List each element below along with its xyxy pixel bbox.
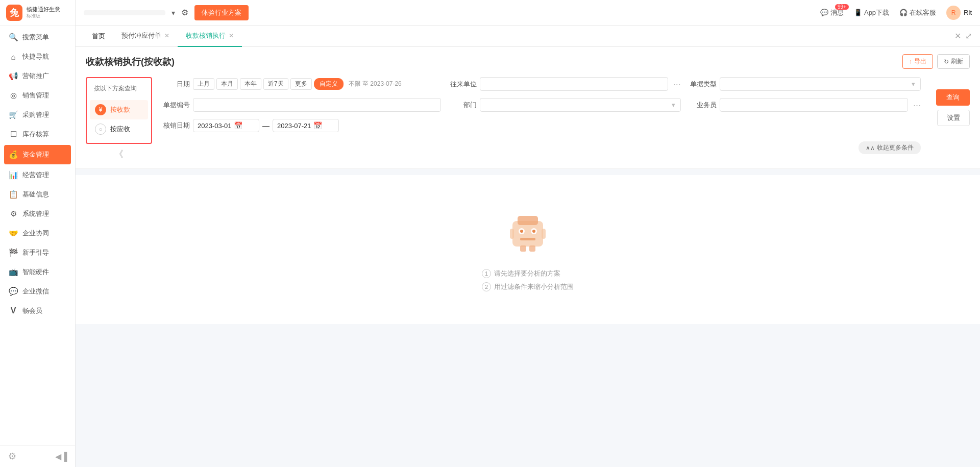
date-this-month-btn[interactable]: 本月	[216, 78, 238, 90]
sidebar-item-quick-nav[interactable]: ⌂ 快捷导航	[0, 47, 75, 66]
refresh-icon: ↻	[944, 58, 949, 65]
filter-by-receivable[interactable]: ○ 按应收	[90, 119, 148, 139]
party-input[interactable]	[480, 77, 668, 91]
staff-dots[interactable]: ···	[913, 101, 921, 110]
collapse-icon: ∧∧	[866, 144, 875, 152]
refresh-button[interactable]: ↻ 刷新	[937, 54, 970, 69]
page-content: 收款核销执行(按收款) ↑ 导出 ↻ 刷新 按以下方案查询	[76, 47, 980, 467]
sidebar-item-marketing[interactable]: 📢 营销推广	[0, 66, 75, 86]
doc-no-input[interactable]	[193, 98, 441, 112]
page-header-actions: ↑ 导出 ↻ 刷新	[902, 54, 970, 69]
tab-home[interactable]: 首页	[84, 26, 113, 47]
party-filter-group: 往来单位 ···	[447, 77, 681, 91]
doc-no-filter-group: 单据编号	[160, 98, 441, 112]
message-icon: 💬	[820, 9, 828, 16]
sidebar-item-smart-hw[interactable]: 📺 智能硬件	[0, 262, 75, 282]
date-last-month-btn[interactable]: 上月	[193, 78, 214, 90]
sidebar-collapse-btn[interactable]: ◀▐	[55, 452, 67, 461]
filter-sidebar-title: 按以下方案查询	[90, 82, 148, 95]
doc-type-label: 单据类型	[687, 80, 717, 89]
finance-icon: 💰	[8, 150, 18, 159]
sidebar-item-sales[interactable]: ◎ 销售管理	[0, 86, 75, 105]
username-label: Rit	[964, 9, 972, 16]
inventory-icon: ☐	[8, 130, 18, 139]
tab-receipt-verify[interactable]: 收款核销执行 ✕	[178, 26, 242, 47]
svg-point-4	[520, 230, 523, 233]
export-button[interactable]: ↑ 导出	[902, 54, 933, 69]
date-label: 日期	[160, 80, 190, 89]
app-name: 畅捷通好生意	[27, 6, 60, 13]
avatar: R	[946, 6, 961, 20]
verify-date-start-input[interactable]: 2023-03-01 📅	[193, 119, 259, 132]
date-more-btn[interactable]: 更多	[290, 78, 312, 90]
sidebar-item-finance[interactable]: 💰 资金管理	[4, 145, 71, 164]
dept-select[interactable]: ▾	[480, 98, 681, 112]
doc-no-label: 单据编号	[160, 101, 190, 110]
online-service-link[interactable]: 🎧 在线客服	[899, 8, 936, 17]
calendar-start-icon: 📅	[234, 121, 242, 130]
verify-date-filter-group: 核销日期 2023-03-01 📅 — 2023-07-21 📅	[160, 119, 339, 132]
smart-hw-icon: 📺	[8, 267, 18, 277]
main-wrap: ▾ ⚙ 体验行业方案 💬 消息 99+ 📱 App下载 🎧 在线客服 R Rit	[76, 0, 980, 467]
dept-filter-group: 部门 ▾	[447, 98, 681, 112]
receipt-icon: ¥	[95, 104, 106, 115]
app-version: 标准版	[27, 13, 60, 19]
logo-icon: 兔	[6, 5, 22, 21]
settings-button[interactable]: 设置	[937, 110, 970, 126]
query-button[interactable]: 查询	[936, 89, 970, 106]
svg-rect-10	[529, 245, 535, 252]
svg-rect-8	[542, 229, 546, 239]
tab-expand-icon[interactable]: ⤢	[965, 31, 972, 41]
sidebar-item-basic-info[interactable]: 📋 基础信息	[0, 185, 75, 204]
verify-date-end-input[interactable]: 2023-07-21 📅	[273, 119, 339, 132]
date-this-year-btn[interactable]: 本年	[240, 78, 261, 90]
collapse-more-button[interactable]: ∧∧ 收起更多条件	[859, 141, 921, 154]
filter-sidebar: 按以下方案查询 ¥ 按收款 ○ 按应收 《	[86, 77, 152, 160]
sidebar-item-wechat[interactable]: 💬 企业微信	[0, 282, 75, 301]
tab-bar-right: ✕ ⤢	[954, 31, 972, 41]
message-count-badge: 99+	[835, 4, 849, 10]
app-download-link[interactable]: 📱 App下载	[854, 8, 889, 17]
tab-receipt-verify-close[interactable]: ✕	[229, 32, 234, 39]
staff-input[interactable]	[720, 98, 908, 112]
staff-label: 业务员	[687, 101, 717, 110]
date-last-7days-btn[interactable]: 近7天	[263, 78, 288, 90]
doc-type-filter-group: 单据类型 ▾	[687, 77, 921, 91]
export-icon: ↑	[909, 58, 912, 65]
filter-by-receipt[interactable]: ¥ 按收款	[90, 100, 148, 119]
filter-area: 按以下方案查询 ¥ 按收款 ○ 按应收 《	[76, 69, 980, 168]
sidebar-item-vip[interactable]: V 畅会员	[0, 301, 75, 321]
filter-sidebar-collapse-btn[interactable]: 《	[86, 148, 152, 160]
date-custom-btn[interactable]: 自定义	[314, 78, 344, 90]
sidebar: 兔 畅捷通好生意 标准版 🔍 搜索菜单 ⌂ 快捷导航 📢 营销推广 ◎ 销售管理…	[0, 0, 76, 467]
sidebar-item-enterprise[interactable]: 🤝 企业协同	[0, 224, 75, 243]
home-icon: ⌂	[8, 53, 18, 61]
message-badge[interactable]: 💬 消息 99+	[820, 8, 844, 17]
settings-icon[interactable]: ⚙	[8, 451, 16, 462]
doc-type-select[interactable]: ▾	[720, 77, 921, 91]
management-icon: 📊	[8, 170, 18, 180]
sidebar-item-management[interactable]: 📊 经营管理	[0, 165, 75, 185]
calendar-end-icon: 📅	[313, 121, 322, 130]
top-header: ▾ ⚙ 体验行业方案 💬 消息 99+ 📱 App下载 🎧 在线客服 R Rit	[76, 0, 980, 26]
header-dropdown-icon[interactable]: ▾	[172, 9, 175, 17]
sidebar-item-system[interactable]: ⚙ 系统管理	[0, 204, 75, 224]
sidebar-item-inventory[interactable]: ☐ 库存核算	[0, 125, 75, 144]
filter-row-2: 单据编号 部门 ▾ 业务员	[160, 98, 921, 112]
party-dots[interactable]: ···	[673, 80, 681, 89]
dept-dropdown-icon: ▾	[672, 101, 675, 109]
beginner-icon: 🏁	[8, 248, 18, 257]
sidebar-item-search[interactable]: 🔍 搜索菜单	[0, 28, 75, 47]
date-dash: —	[262, 121, 270, 130]
sidebar-item-beginner[interactable]: 🏁 新手引导	[0, 243, 75, 262]
sidebar-navigation: 🔍 搜索菜单 ⌂ 快捷导航 📢 营销推广 ◎ 销售管理 🛒 采购管理 ☐ 库存核…	[0, 26, 75, 445]
sidebar-item-purchase[interactable]: 🛒 采购管理	[0, 105, 75, 125]
user-profile[interactable]: R Rit	[946, 6, 972, 20]
page-header-bar: 收款核销执行(按收款) ↑ 导出 ↻ 刷新	[76, 47, 980, 69]
tab-close-all-icon[interactable]: ✕	[954, 31, 961, 41]
industry-solution-button[interactable]: 体验行业方案	[194, 5, 249, 20]
filter-row-1: 日期 上月 本月 本年 近7天 更多 自定义 不限 至 2023-07-26	[160, 77, 921, 91]
tab-prepay-close[interactable]: ✕	[164, 32, 169, 39]
header-gear-icon[interactable]: ⚙	[181, 8, 188, 17]
tab-prepay[interactable]: 预付冲应付单 ✕	[113, 26, 178, 47]
